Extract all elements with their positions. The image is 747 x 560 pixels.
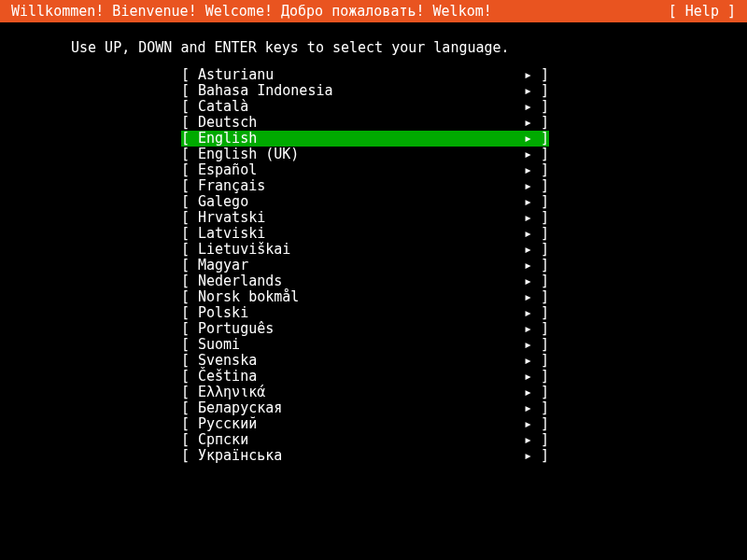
language-option[interactable]: [ Español▸ ]: [0, 162, 747, 178]
bracket-open: [: [181, 115, 198, 131]
language-option[interactable]: [ Bahasa Indonesia▸ ]: [0, 83, 747, 99]
submenu-arrow-icon: ▸: [515, 147, 532, 162]
submenu-arrow-icon: ▸: [515, 448, 532, 464]
bracket-open: [: [181, 353, 198, 369]
language-option[interactable]: [ Svenska▸ ]: [0, 353, 747, 369]
submenu-arrow-icon: ▸: [515, 289, 532, 305]
language-label: Українська: [198, 448, 515, 464]
bracket-open: [: [181, 385, 198, 400]
bracket-open: [: [181, 416, 198, 432]
language-label: Bahasa Indonesia: [198, 83, 515, 99]
language-option[interactable]: [ Lietuviškai▸ ]: [0, 242, 747, 258]
language-label: English (UK): [198, 147, 515, 162]
submenu-arrow-icon: ▸: [515, 385, 532, 400]
language-label: Galego: [198, 194, 515, 210]
submenu-arrow-icon: ▸: [515, 194, 532, 210]
language-label: Lietuviškai: [198, 242, 515, 258]
submenu-arrow-icon: ▸: [515, 178, 532, 194]
bracket-close: ]: [532, 162, 549, 178]
submenu-arrow-icon: ▸: [515, 115, 532, 131]
language-label: English: [198, 131, 515, 147]
language-label: Беларуская: [198, 400, 515, 416]
language-label: Svenska: [198, 353, 515, 369]
bracket-close: ]: [532, 67, 549, 83]
submenu-arrow-icon: ▸: [515, 67, 532, 83]
language-option[interactable]: [ Català▸ ]: [0, 99, 747, 115]
bracket-close: ]: [532, 305, 549, 321]
language-option[interactable]: [ Magyar▸ ]: [0, 258, 747, 273]
language-option[interactable]: [ Nederlands▸ ]: [0, 273, 747, 289]
bracket-open: [: [181, 210, 198, 226]
submenu-arrow-icon: ▸: [515, 258, 532, 273]
language-option[interactable]: [ Português▸ ]: [0, 321, 747, 337]
bracket-open: [: [181, 83, 198, 99]
bracket-open: [: [181, 147, 198, 162]
bracket-close: ]: [532, 99, 549, 115]
bracket-close: ]: [532, 321, 549, 337]
bracket-open: [: [181, 131, 198, 147]
language-option[interactable]: [ Беларуская▸ ]: [0, 400, 747, 416]
submenu-arrow-icon: ▸: [515, 162, 532, 178]
language-option[interactable]: [ English▸ ]: [0, 131, 747, 147]
submenu-arrow-icon: ▸: [515, 242, 532, 258]
language-option[interactable]: [ Русский▸ ]: [0, 416, 747, 432]
language-option[interactable]: [ Norsk bokmål▸ ]: [0, 289, 747, 305]
bracket-close: ]: [532, 416, 549, 432]
language-option[interactable]: [ Deutsch▸ ]: [0, 115, 747, 131]
bracket-close: ]: [532, 400, 549, 416]
submenu-arrow-icon: ▸: [515, 210, 532, 226]
language-label: Deutsch: [198, 115, 515, 131]
bracket-close: ]: [532, 273, 549, 289]
submenu-arrow-icon: ▸: [515, 416, 532, 432]
bracket-open: [: [181, 162, 198, 178]
submenu-arrow-icon: ▸: [515, 273, 532, 289]
language-option[interactable]: [ Latviski▸ ]: [0, 226, 747, 242]
submenu-arrow-icon: ▸: [515, 83, 532, 99]
submenu-arrow-icon: ▸: [515, 400, 532, 416]
language-label: Nederlands: [198, 273, 515, 289]
language-label: Српски: [198, 432, 515, 448]
bracket-close: ]: [532, 369, 549, 385]
instruction-text: Use UP, DOWN and ENTER keys to select yo…: [0, 22, 747, 56]
language-option[interactable]: [ Suomi▸ ]: [0, 337, 747, 353]
bracket-open: [: [181, 432, 198, 448]
bracket-close: ]: [532, 226, 549, 242]
language-label: Hrvatski: [198, 210, 515, 226]
language-label: Русский: [198, 416, 515, 432]
language-option[interactable]: [ Čeština▸ ]: [0, 369, 747, 385]
language-option[interactable]: [ Српски▸ ]: [0, 432, 747, 448]
language-option[interactable]: [ Ελληνικά▸ ]: [0, 385, 747, 400]
language-option[interactable]: [ Asturianu▸ ]: [0, 67, 747, 83]
language-option[interactable]: [ Polski▸ ]: [0, 305, 747, 321]
language-label: Español: [198, 162, 515, 178]
bracket-open: [: [181, 242, 198, 258]
submenu-arrow-icon: ▸: [515, 337, 532, 353]
language-option[interactable]: [ Français▸ ]: [0, 178, 747, 194]
header-title: Willkommen! Bienvenue! Welcome! Добро по…: [11, 0, 492, 22]
bracket-close: ]: [532, 385, 549, 400]
header-bar: Willkommen! Bienvenue! Welcome! Добро по…: [0, 0, 747, 22]
bracket-open: [: [181, 194, 198, 210]
submenu-arrow-icon: ▸: [515, 131, 532, 147]
bracket-close: ]: [532, 115, 549, 131]
bracket-open: [: [181, 273, 198, 289]
bracket-close: ]: [532, 178, 549, 194]
bracket-open: [: [181, 448, 198, 464]
bracket-close: ]: [532, 210, 549, 226]
bracket-open: [: [181, 67, 198, 83]
language-label: Polski: [198, 305, 515, 321]
bracket-close: ]: [532, 147, 549, 162]
bracket-open: [: [181, 99, 198, 115]
language-option[interactable]: [ Українська▸ ]: [0, 448, 747, 464]
bracket-close: ]: [532, 194, 549, 210]
language-label: Asturianu: [198, 67, 515, 83]
language-label: Português: [198, 321, 515, 337]
help-button[interactable]: [ Help ]: [650, 0, 736, 22]
language-label: Magyar: [198, 258, 515, 273]
language-option[interactable]: [ Galego▸ ]: [0, 194, 747, 210]
language-option[interactable]: [ English (UK)▸ ]: [0, 147, 747, 162]
language-option[interactable]: [ Hrvatski▸ ]: [0, 210, 747, 226]
submenu-arrow-icon: ▸: [515, 432, 532, 448]
bracket-close: ]: [532, 337, 549, 353]
bracket-open: [: [181, 400, 198, 416]
